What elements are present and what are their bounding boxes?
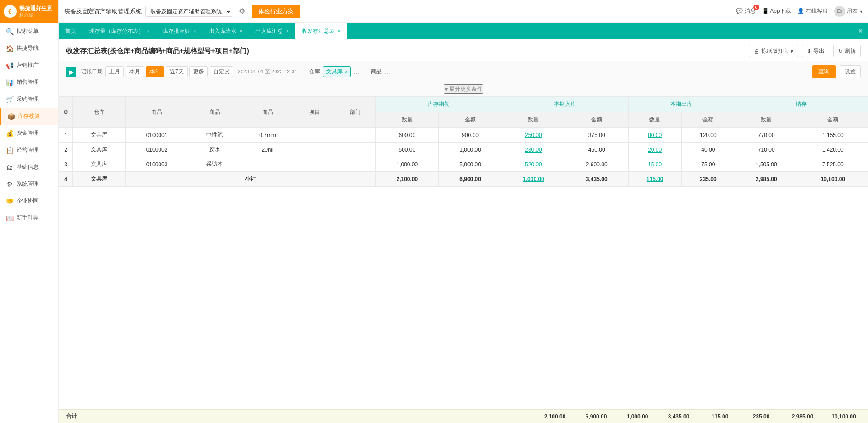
tab-batch-ledger[interactable]: 库存批次账 ×: [156, 23, 203, 39]
sidebar-item-purchase[interactable]: 🛒 采购管理: [0, 91, 58, 108]
footer-out-qty: 115.00: [699, 413, 741, 420]
chevron-down-icon: ▾: [860, 8, 862, 15]
expand-conditions-button[interactable]: ▾ 展开更多条件: [444, 84, 483, 94]
th-open-amt: 金额: [439, 112, 502, 128]
footer-values: 2,100.00 6,900.00 1,000.00 3,435.00 115.…: [534, 413, 864, 420]
trial-button[interactable]: 体验行业方案: [252, 5, 300, 18]
tabs-bar: 首页 现存量（库存分布表） × 库存批次账 × 出入库流水 × 出入库汇总 × …: [59, 23, 868, 39]
sidebar-item-marketing[interactable]: 📢 营销推广: [0, 57, 58, 74]
cell-in-qty[interactable]: 230.00: [502, 143, 565, 157]
close-all-tabs[interactable]: ×: [853, 27, 868, 35]
cell-project: [294, 143, 335, 157]
export-button[interactable]: ⬇ 导出: [802, 45, 829, 57]
refresh-icon: ↻: [838, 48, 843, 55]
tab-inventory-dist[interactable]: 现存量（库存分布表） ×: [83, 23, 156, 39]
th-product-spec: 商品: [241, 97, 294, 128]
filter-more[interactable]: 更多: [189, 66, 208, 77]
cell-project: [294, 128, 335, 143]
cell-in-qty[interactable]: 250.00: [502, 128, 565, 143]
th-project: 项目: [294, 97, 335, 128]
sales-icon: 📊: [6, 79, 14, 86]
sidebar-item-basic-info[interactable]: 🗂 基础信息: [0, 159, 58, 176]
th-close-amt: 金额: [798, 112, 868, 128]
filter-last-month[interactable]: 上月: [105, 66, 124, 77]
tab-inventory-dist-close[interactable]: ×: [147, 28, 150, 34]
th-warehouse: 仓库: [73, 97, 126, 128]
cell-product-spec: [241, 157, 294, 172]
expand-label: 展开更多条件: [449, 85, 482, 93]
sidebar-item-system[interactable]: ⚙ 系统管理: [0, 176, 58, 192]
filter-custom[interactable]: 自定义: [210, 66, 233, 77]
th-product-code: 商品: [125, 97, 188, 128]
app-icon: 📱: [762, 8, 769, 14]
refresh-button[interactable]: ↻ 刷新: [833, 45, 861, 57]
tab-inout-summary[interactable]: 出入库汇总 ×: [249, 23, 295, 39]
print-button[interactable]: 🖨 拣纸版打印 ▾: [749, 45, 798, 57]
product-more[interactable]: ...: [385, 68, 390, 76]
filter-last-7days[interactable]: 近7天: [166, 66, 188, 77]
table-row: 3 文具库 0100003 采访本 1,000.00 5,000.00 520.…: [59, 157, 868, 172]
cell-open-qty: 2,100.00: [376, 172, 439, 187]
marketing-icon: 📢: [6, 62, 14, 69]
sidebar-item-label: 快捷导航: [17, 44, 39, 52]
tab-inventory-dist-label: 现存量（库存分布表）: [89, 27, 144, 35]
cell-no: 2: [59, 143, 73, 157]
cell-out-qty[interactable]: 15.00: [628, 157, 681, 172]
home-icon: 🏠: [6, 45, 14, 52]
tab-recv-send-summary[interactable]: 收发存汇总表 ×: [295, 23, 347, 39]
operations-icon: 📋: [6, 147, 14, 154]
filter-collapse-button[interactable]: ▶: [66, 67, 76, 77]
inventory-icon: 📦: [7, 113, 15, 120]
th-out-amt: 金额: [681, 112, 735, 128]
user-menu[interactable]: Ea 用友 ▾: [834, 6, 862, 17]
message-icon: 💬: [736, 8, 743, 14]
filter-this-year[interactable]: 本年: [146, 66, 164, 77]
tab-home[interactable]: 首页: [59, 23, 83, 39]
cell-out-qty[interactable]: 80.00: [628, 128, 681, 143]
system-icon: ⚙: [6, 181, 14, 188]
sidebar-item-inventory[interactable]: 📦 库存核算: [0, 108, 58, 125]
message-button[interactable]: 💬 消息 6: [736, 7, 755, 15]
sidebar-item-quick-nav[interactable]: 🏠 快捷导航: [0, 40, 58, 57]
query-button[interactable]: 查询: [812, 65, 836, 78]
sidebar-item-operations[interactable]: 📋 经营管理: [0, 142, 58, 159]
warehouse-more[interactable]: ...: [354, 68, 359, 76]
app-download-button[interactable]: 📱 App下载: [762, 7, 791, 15]
sidebar-item-sales[interactable]: 📊 销售管理: [0, 74, 58, 91]
gear-icon[interactable]: ⚙: [236, 7, 248, 16]
tab-inout-flow-close[interactable]: ×: [239, 28, 243, 34]
filter-this-month[interactable]: 本月: [126, 66, 144, 77]
sidebar-item-guide[interactable]: 📖 新手引导: [0, 209, 58, 226]
cell-close-qty: 1,505.00: [735, 157, 798, 172]
column-settings-icon[interactable]: ⚙: [63, 109, 68, 115]
system-select[interactable]: 装备及固定资产辅助管理系统: [145, 6, 232, 17]
cell-out-qty[interactable]: 20.00: [628, 143, 681, 157]
filter-area: ▶ 记账日期 上月 本月 本年 近7天 更多 自定义 2023-01-01 至 …: [59, 61, 868, 82]
sidebar-item-search[interactable]: 🔍 搜索菜单: [0, 23, 58, 40]
tab-batch-ledger-close[interactable]: ×: [193, 28, 196, 34]
tab-inout-flow[interactable]: 出入库流水 ×: [203, 23, 249, 39]
tab-home-label: 首页: [65, 27, 76, 35]
th-out-qty: 数量: [628, 112, 681, 128]
th-opening: 库存期初: [376, 97, 502, 112]
cell-warehouse: 文具库: [73, 128, 126, 143]
online-service-button[interactable]: 👤 在线客服: [797, 7, 828, 15]
th-settings[interactable]: ⚙: [59, 97, 73, 128]
sidebar-item-finance[interactable]: 💰 资金管理: [0, 125, 58, 142]
cell-open-amt: 6,900.00: [439, 172, 502, 187]
settings-button[interactable]: 设置: [840, 65, 861, 78]
cell-in-qty[interactable]: 1,000.00: [502, 172, 565, 187]
cell-out-qty[interactable]: 115.00: [628, 172, 681, 187]
cell-in-qty[interactable]: 520.00: [502, 157, 565, 172]
sidebar-item-enterprise[interactable]: 🤝 企业协同: [0, 192, 58, 209]
print-icon: 🖨: [754, 48, 759, 55]
avatar: Ea: [834, 6, 845, 17]
sidebar-logo: 6 畅捷通好生意 标准版: [0, 0, 58, 23]
cell-open-amt: 5,000.00: [439, 157, 502, 172]
cell-product-code: 0100003: [125, 157, 188, 172]
topbar: 装备及固定资产辅助管理系统 装备及固定资产辅助管理系统 ⚙ 体验行业方案 💬 消…: [59, 0, 868, 23]
tab-recv-send-summary-close[interactable]: ×: [337, 28, 341, 34]
cell-close-amt: 10,100.00: [798, 172, 868, 187]
tab-inout-summary-close[interactable]: ×: [286, 28, 289, 34]
warehouse-tag-remove[interactable]: ×: [344, 69, 348, 75]
